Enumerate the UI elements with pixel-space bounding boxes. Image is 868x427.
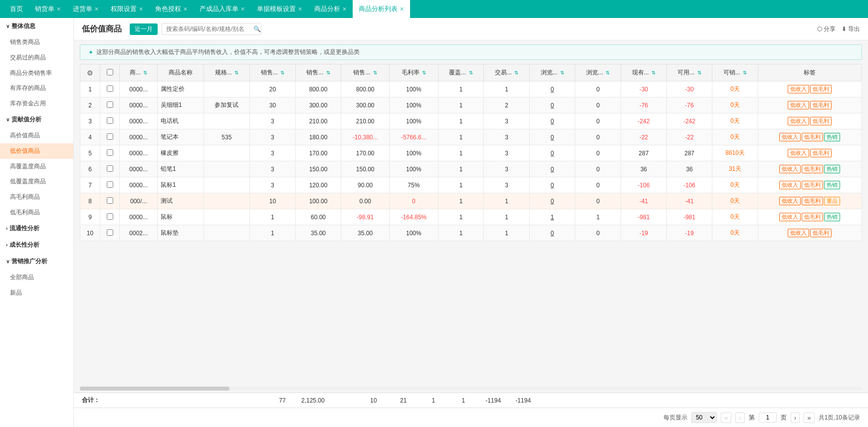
nav-template[interactable]: 单据模板设置 ✕ [251, 0, 308, 18]
col-views2[interactable]: 浏览... ⇅ [575, 64, 621, 81]
search-input[interactable] [162, 23, 261, 35]
sidebar-section-growth[interactable]: › 成长性分析 [0, 237, 73, 253]
page-title: 低价值商品 [82, 24, 122, 34]
col-views1[interactable]: 浏览... ⇅ [529, 64, 575, 81]
nav-purchase[interactable]: 进货单 ✕ [67, 0, 105, 18]
arrow-icon-5: ∨ [6, 259, 9, 264]
arrow-icon: ∨ [6, 23, 9, 29]
nav-roles[interactable]: 角色授权 ✕ [149, 0, 194, 18]
row-checkbox-cell[interactable] [100, 177, 120, 193]
row-checkbox-cell[interactable] [100, 113, 120, 129]
horizontal-scrollbar[interactable] [80, 387, 862, 391]
nav-home[interactable]: 首页 [4, 0, 29, 18]
row-checkbox[interactable] [107, 101, 113, 108]
row-checkbox[interactable] [107, 165, 113, 172]
table-row: 20000...吴细细1参加复试30300.00300.00100%1200-7… [80, 97, 862, 113]
sidebar-item-low-value[interactable]: 低价值商品 [0, 143, 73, 159]
filter-recent-month-button[interactable]: 近一月 [130, 23, 158, 35]
nav-close-purchase[interactable]: ✕ [94, 6, 99, 12]
nav-close-roles[interactable]: ✕ [183, 6, 188, 12]
total-col14: -1194 [508, 397, 538, 404]
export-icon: ⬇ [842, 25, 847, 32]
sidebar-section-marketing[interactable]: ∨ 营销推广分析 [0, 253, 73, 270]
col-name[interactable]: 商品名称 [157, 64, 204, 81]
nav-product-analysis[interactable]: 商品分析 ✕ [308, 0, 353, 18]
nav-close-stock-in[interactable]: ✕ [240, 6, 245, 12]
row-checkbox-cell[interactable] [100, 145, 120, 161]
row-checkbox[interactable] [107, 213, 113, 220]
table-container[interactable]: ⚙ 商... ⇅ 商品名称 规格... ⇅ 销售... [74, 60, 868, 387]
col-sales-profit[interactable]: 销售... ⇅ [341, 64, 390, 81]
sort-icon-current-stock: ⇅ [651, 70, 655, 75]
sidebar-item-high-margin[interactable]: 高毛利商品 [0, 189, 73, 205]
nav-permissions[interactable]: 权限设置 ✕ [105, 0, 149, 18]
nav-product-analysis-list[interactable]: 商品分析列表 ✕ [353, 0, 410, 18]
nav-close-permissions[interactable]: ✕ [139, 6, 143, 12]
row-checkbox[interactable] [107, 117, 113, 124]
col-settings[interactable]: ⚙ [80, 64, 100, 81]
row-checkbox-cell[interactable] [100, 129, 120, 145]
col-current-stock[interactable]: 现有... ⇅ [621, 64, 667, 81]
sidebar-item-traded-products[interactable]: 交易过的商品 [0, 50, 73, 65]
prev-page-button[interactable]: ‹ [735, 413, 744, 423]
sidebar-item-sales-products[interactable]: 销售类商品 [0, 34, 73, 50]
sidebar-item-low-margin[interactable]: 低毛利商品 [0, 205, 73, 220]
sidebar-item-new-products[interactable]: 新品 [0, 285, 73, 301]
col-tags: 标签 [758, 64, 862, 81]
col-margin-rate[interactable]: 毛利率 ⇅ [389, 64, 438, 81]
row-checkbox[interactable] [107, 85, 113, 92]
row-checkbox[interactable] [107, 133, 113, 140]
scrollbar-thumb[interactable] [80, 387, 229, 391]
row-checkbox[interactable] [107, 149, 113, 156]
sidebar-item-stock-products[interactable]: 有库存的商品 [0, 80, 73, 96]
col-available-stock[interactable]: 可用... ⇅ [666, 64, 712, 81]
col-coverage[interactable]: 覆盖... ⇅ [438, 64, 484, 81]
sidebar-item-stock-capital[interactable]: 库存资金占用 [0, 96, 73, 111]
search-icon[interactable]: 🔍 [253, 25, 261, 32]
settings-icon[interactable]: ⚙ [87, 69, 93, 77]
col-sales-qty[interactable]: 销售... ⇅ [250, 64, 296, 81]
col-sales-amount[interactable]: 销售... ⇅ [295, 64, 341, 81]
share-button[interactable]: ⬡ 分享 [817, 25, 836, 33]
table-row: 100002...鼠标垫135.0035.00100%1100-19-190天低… [80, 225, 862, 241]
nav-close-template[interactable]: ✕ [298, 6, 302, 12]
export-button[interactable]: ⬇ 导出 [842, 25, 860, 33]
sidebar-section-circulation[interactable]: › 流通性分析 [0, 220, 73, 237]
sidebar-item-high-value[interactable]: 高价值商品 [0, 128, 73, 143]
row-checkbox[interactable] [107, 229, 113, 236]
col-checkbox[interactable] [100, 64, 120, 81]
col-spec[interactable]: 规格... ⇅ [204, 64, 250, 81]
col-code[interactable]: 商... ⇅ [120, 64, 157, 81]
row-checkbox-cell[interactable] [100, 97, 120, 113]
row-checkbox-cell[interactable] [100, 161, 120, 177]
nav-close-product-analysis[interactable]: ✕ [342, 6, 347, 12]
page-number-input[interactable] [759, 413, 777, 423]
row-checkbox-cell[interactable] [100, 225, 120, 241]
arrow-icon-3: › [6, 226, 7, 231]
nav-sales[interactable]: 销货单 ✕ [29, 0, 67, 18]
table-row: 40000...笔记本5353180.00-10,380...-5766.6..… [80, 129, 862, 145]
next-page-button[interactable]: › [791, 413, 800, 423]
row-checkbox[interactable] [107, 197, 113, 204]
row-checkbox-cell[interactable] [100, 209, 120, 225]
row-checkbox-cell[interactable] [100, 193, 120, 209]
select-all-checkbox[interactable] [107, 69, 113, 75]
sidebar-item-all-products[interactable]: 全部商品 [0, 270, 73, 285]
nav-stock-in[interactable]: 产成品入库单 ✕ [194, 0, 251, 18]
sidebar-item-high-coverage[interactable]: 高覆盖度商品 [0, 159, 73, 174]
row-checkbox-cell[interactable] [100, 81, 120, 97]
row-checkbox[interactable] [107, 181, 113, 188]
first-page-button[interactable]: « [721, 413, 731, 423]
col-transactions[interactable]: 交易... ⇅ [484, 64, 530, 81]
nav-close-sales[interactable]: ✕ [56, 6, 61, 12]
col-sellable-days[interactable]: 可销... ⇅ [712, 64, 758, 81]
sidebar-section-overall[interactable]: ∨ 整体信息 [0, 18, 73, 34]
sort-icon-available-stock: ⇅ [697, 70, 701, 75]
row-tags: 低收入低毛利热销 [758, 161, 862, 177]
last-page-button[interactable]: » [804, 413, 814, 423]
sidebar-item-category-sales-rate[interactable]: 商品分类销售率 [0, 65, 73, 81]
nav-close-product-analysis-list[interactable]: ✕ [400, 6, 404, 12]
sidebar-item-low-coverage[interactable]: 低覆盖度商品 [0, 174, 73, 189]
sidebar-section-contribution[interactable]: ∨ 贡献值分析 [0, 111, 73, 128]
page-size-select[interactable]: 50 100 [691, 412, 717, 423]
